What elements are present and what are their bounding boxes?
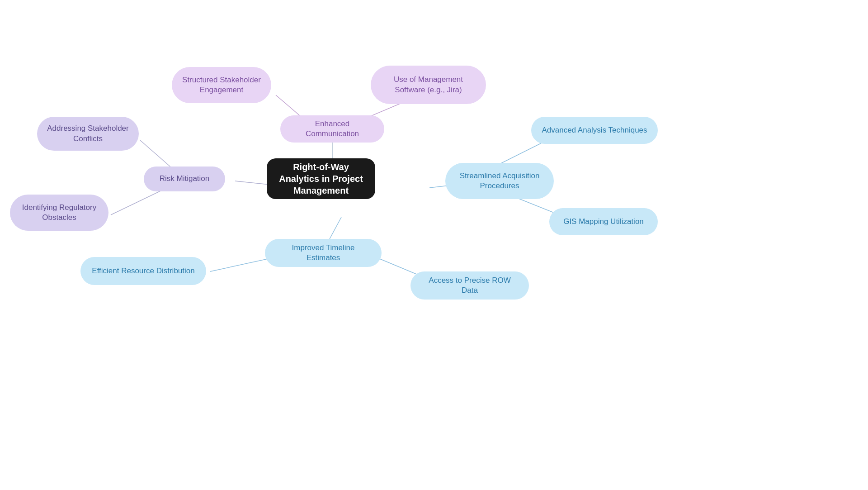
improved-timeline-node: Improved Timeline Estimates <box>265 239 382 267</box>
efficient-resource-label: Efficient Resource Distribution <box>92 266 194 276</box>
structured-stakeholder-label: Structured Stakeholder Engagement <box>182 75 261 95</box>
gis-mapping-node: GIS Mapping Utilization <box>549 208 658 235</box>
streamlined-acquisition-label: Streamlined Acquisition Procedures <box>455 171 544 191</box>
identifying-regulatory-node: Identifying Regulatory Obstacles <box>10 195 108 231</box>
improved-timeline-label: Improved Timeline Estimates <box>275 243 372 263</box>
efficient-resource-node: Efficient Resource Distribution <box>80 257 206 285</box>
advanced-analysis-node: Advanced Analysis Techniques <box>531 117 658 144</box>
use-management-software-node: Use of Management Software (e.g., Jira) <box>371 66 486 104</box>
structured-stakeholder-node: Structured Stakeholder Engagement <box>172 67 271 103</box>
enhanced-communication-node: Enhanced Communication <box>280 115 384 143</box>
access-row-data-node: Access to Precise ROW Data <box>410 271 529 300</box>
center-node: Right-of-Way Analytics in Project Manage… <box>267 158 375 199</box>
risk-mitigation-node: Risk Mitigation <box>144 167 225 191</box>
identifying-regulatory-label: Identifying Regulatory Obstacles <box>20 203 99 223</box>
gis-mapping-label: GIS Mapping Utilization <box>563 217 644 227</box>
access-row-data-label: Access to Precise ROW Data <box>420 276 519 295</box>
center-label: Right-of-Way Analytics in Project Manage… <box>277 161 365 196</box>
streamlined-acquisition-node: Streamlined Acquisition Procedures <box>445 163 554 199</box>
advanced-analysis-label: Advanced Analysis Techniques <box>542 125 647 135</box>
use-management-software-label: Use of Management Software (e.g., Jira) <box>381 75 476 95</box>
enhanced-communication-label: Enhanced Communication <box>290 119 374 139</box>
addressing-stakeholder-label: Addressing Stakeholder Conflicts <box>47 124 129 143</box>
addressing-stakeholder-node: Addressing Stakeholder Conflicts <box>37 117 139 151</box>
risk-mitigation-label: Risk Mitigation <box>160 174 210 184</box>
